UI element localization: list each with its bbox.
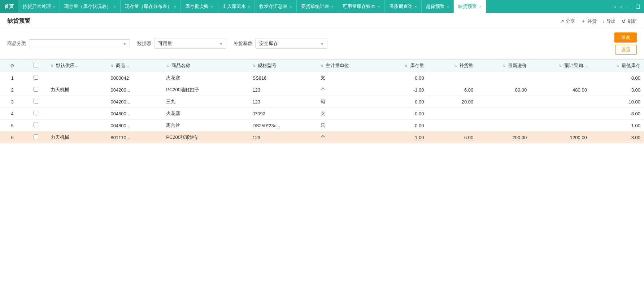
table-row: 5 004800... 离合片 DS250*23c... 只 0.00 1.00	[0, 120, 644, 132]
th-restock[interactable]: ⇅ 补货量	[428, 59, 477, 72]
th-spec[interactable]: ⇅ 规格型号	[249, 59, 317, 72]
tab-库存批次账[interactable]: 库存批次账×	[181, 0, 218, 13]
export-action[interactable]: ↓ 导出	[602, 18, 616, 25]
cell-restock	[428, 120, 477, 132]
tab-要货单统计表[interactable]: 要货单统计表×	[297, 0, 338, 13]
cell-sku: 801110...	[107, 132, 162, 144]
tab-收发存汇总表[interactable]: 收发存汇总表×	[255, 0, 296, 13]
share-action[interactable]: ↗ 分享	[560, 18, 575, 25]
cell-checkbox[interactable]	[25, 84, 47, 96]
select-all-checkbox[interactable]	[34, 63, 38, 67]
tab-close-icon[interactable]: ×	[447, 4, 449, 9]
tab-close-icon[interactable]: ×	[211, 4, 213, 9]
th-checkbox[interactable]	[25, 59, 47, 72]
tab-超储预警[interactable]: 超储预警×	[422, 0, 454, 13]
window-minimize-button[interactable]: —	[624, 3, 634, 10]
tab-现存量（库存状况表）[interactable]: 现存量（库存状况表）×	[60, 0, 120, 13]
th-name[interactable]: ⇅ 商品名称	[162, 59, 249, 72]
th-unit[interactable]: ⇅ 主计量单位	[317, 59, 378, 72]
tab-label: 收发存汇总表	[259, 3, 287, 10]
row-checkbox[interactable]	[34, 99, 38, 103]
datasource-chevron-icon: ▾	[220, 41, 222, 47]
tab-close-icon[interactable]: ×	[290, 4, 292, 9]
tab-close-icon[interactable]: ×	[53, 4, 55, 9]
cell-checkbox[interactable]	[25, 108, 47, 120]
min-stock-sort-icon: ⇅	[616, 64, 619, 68]
tab-close-icon[interactable]: ×	[378, 4, 380, 9]
tab-出入库流水[interactable]: 出入库流水×	[218, 0, 255, 13]
row-checkbox[interactable]	[34, 123, 38, 127]
th-sku[interactable]: ⇅ 商品...	[107, 59, 162, 72]
share-label: 分享	[566, 18, 575, 25]
cell-checkbox[interactable]	[25, 132, 47, 144]
cell-restock: 6.00	[428, 132, 477, 144]
share-icon: ↗	[560, 18, 564, 24]
th-gear[interactable]: ⚙	[0, 59, 25, 72]
th-sku-label: 商品...	[116, 63, 129, 68]
filter-bar: 商品分类 ▾ 数据源 可用量 ▾ 补货基数 安全库存 ▾ 查询 设置	[0, 28, 644, 59]
window-restore-button[interactable]: ❏	[634, 3, 643, 10]
column-settings-icon[interactable]: ⚙	[4, 63, 21, 69]
datasource-filter-group: 数据源 可用量 ▾	[137, 39, 226, 49]
datasource-select[interactable]: 可用量 ▾	[154, 39, 226, 49]
tab-close-icon[interactable]: ×	[248, 4, 250, 9]
category-select[interactable]: ▾	[29, 39, 130, 48]
tab-close-icon[interactable]: ×	[331, 4, 334, 9]
cell-name: 三九	[162, 96, 249, 108]
tab-close-icon[interactable]: ×	[479, 4, 481, 9]
cell-min-stock: 3.00	[591, 84, 644, 96]
tab-可用量库存账本[interactable]: 可用量库存账本×	[338, 0, 384, 13]
refresh-action[interactable]: ↺ 刷新	[622, 18, 637, 25]
row-checkbox[interactable]	[34, 134, 38, 139]
settings-button[interactable]: 设置	[615, 45, 637, 55]
row-checkbox[interactable]	[34, 87, 38, 92]
cell-name: 火花塞	[162, 108, 249, 120]
unit-sort-icon: ⇅	[321, 64, 323, 68]
cell-checkbox[interactable]	[25, 72, 47, 84]
table-container: ⚙ ⇅ 默认供应... ⇅ 商品... ⇅ 商品名称	[0, 59, 644, 151]
row-checkbox[interactable]	[34, 75, 38, 80]
cell-min-stock: 3.00	[591, 132, 644, 144]
replenish-select[interactable]: 安全库存 ▾	[255, 39, 327, 49]
filter-actions: 查询 设置	[614, 32, 637, 55]
tab-缺货预警[interactable]: 缺货预警×	[454, 0, 486, 13]
cell-index: 5	[0, 120, 25, 132]
tab-首页[interactable]: 首页	[0, 0, 18, 13]
restock-action[interactable]: ＋ 补货	[581, 18, 597, 25]
th-supplier[interactable]: ⇅ 默认供应...	[47, 59, 107, 72]
th-latest-price[interactable]: ⇅ 最新进价	[477, 59, 530, 72]
tab-label: 拣货异常处理	[23, 3, 51, 10]
tab-close-icon[interactable]: ×	[415, 4, 417, 9]
tab-next-button[interactable]: ›	[618, 3, 624, 10]
cell-checkbox[interactable]	[25, 120, 47, 132]
cell-index: 2	[0, 84, 25, 96]
tab-现存量（库存分布表）[interactable]: 现存量（库存分布表）×	[121, 0, 181, 13]
datasource-value: 可用量	[158, 40, 172, 47]
tab-拣货异常处理[interactable]: 拣货异常处理×	[18, 0, 60, 13]
stock-sort-icon: ⇅	[405, 64, 408, 68]
th-est-purchase[interactable]: ⇅ 预计采购...	[530, 59, 591, 72]
tab-label: 库存批次账	[185, 3, 209, 10]
cell-min-stock: 1.00	[591, 120, 644, 132]
table-row: 2 力天机械 004200... PC200油缸缸子 123 个 -1.00 6…	[0, 84, 644, 96]
tab-保质期查询[interactable]: 保质期查询×	[385, 0, 422, 13]
category-label: 商品分类	[7, 40, 26, 47]
replenish-chevron-icon: ▾	[321, 41, 323, 47]
tab-prev-button[interactable]: ‹	[612, 3, 618, 10]
cell-est-purchase	[530, 96, 591, 108]
th-stock[interactable]: ⇅ 库存量	[378, 59, 428, 72]
table-row: 1 0000042 火花塞 SS816 支 0.00 8.00	[0, 72, 644, 84]
th-min-stock[interactable]: ⇅ 最低库存	[591, 59, 644, 72]
th-latest-price-label: 最新进价	[508, 63, 527, 68]
cell-restock: 6.00	[428, 84, 477, 96]
cell-est-purchase: 1200.00	[530, 132, 591, 144]
tab-close-icon[interactable]: ×	[113, 4, 116, 9]
table-row: 6 力天机械 801110... PC200张紧油缸 123 个 -1.00 6…	[0, 132, 644, 144]
tab-label: 现存量（库存状况表）	[64, 3, 111, 10]
query-button[interactable]: 查询	[614, 32, 637, 43]
tab-close-icon[interactable]: ×	[174, 4, 176, 9]
row-checkbox[interactable]	[34, 111, 38, 115]
cell-unit: 个	[317, 132, 378, 144]
cell-checkbox[interactable]	[25, 96, 47, 108]
table-header-row: ⚙ ⇅ 默认供应... ⇅ 商品... ⇅ 商品名称	[0, 59, 644, 72]
